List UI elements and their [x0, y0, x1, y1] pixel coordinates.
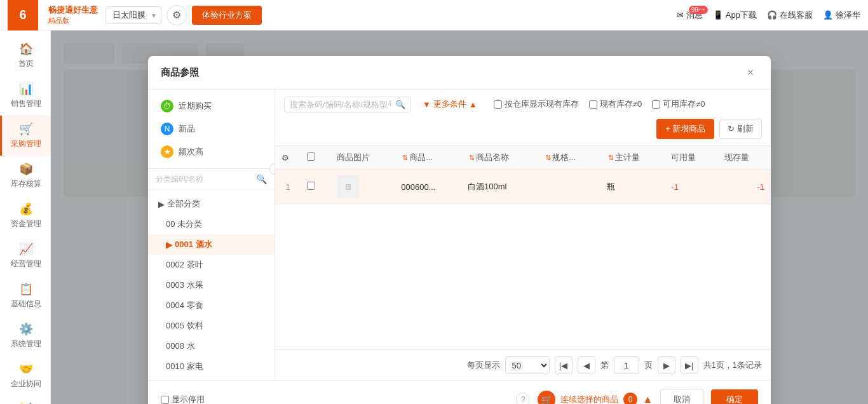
user-avatar-icon: 👤	[823, 10, 833, 20]
footer-right: ? 🛒 连续选择的商品 0 ▲ 取消 确定	[516, 389, 758, 404]
product-search-input[interactable]	[290, 100, 391, 109]
quick-item-new[interactable]: N 新品	[156, 119, 267, 139]
th-stock[interactable]: 现存量	[718, 146, 771, 170]
show-disabled-input[interactable]	[161, 396, 169, 404]
filter-up-icon: ▲	[469, 100, 477, 109]
sort-icon-code: ⇅	[402, 154, 408, 162]
sidebar-item-management[interactable]: 📈 经营管理	[0, 236, 50, 276]
app-download-item[interactable]: 📱 App下载	[713, 10, 757, 21]
page-size-select[interactable]: 50 100 200	[505, 356, 550, 374]
checkbox-available-input[interactable]	[652, 100, 660, 109]
refresh-button[interactable]: ↻ 刷新	[719, 119, 762, 139]
category-search-icon[interactable]: 🔍	[256, 174, 267, 184]
checkbox-available-nonzero[interactable]: 可用库存≠0	[652, 98, 705, 110]
sidebar-label-management: 经营管理	[11, 259, 41, 269]
th-settings[interactable]: ⚙	[275, 146, 301, 170]
checkbox-warehouse-label: 按仓库显示现有库存	[505, 98, 579, 110]
cart-count-badge: 0	[623, 393, 637, 404]
add-product-button[interactable]: + 新增商品	[656, 119, 714, 139]
store-dropdown[interactable]: 日太阳膜 ▼	[105, 6, 161, 24]
page-last-button[interactable]: ▶|	[681, 356, 698, 374]
sidebar-item-sales[interactable]: 📊 销售管理	[0, 76, 50, 116]
modal-close-button[interactable]: ×	[743, 65, 758, 80]
checkbox-available-label: 可用库存≠0	[663, 98, 705, 110]
trial-button[interactable]: 体验行业方案	[192, 6, 262, 25]
th-unit[interactable]: ⇅ 主计量	[600, 146, 665, 170]
table-header-row: ⚙ 商品图片	[275, 146, 771, 170]
checkbox-stock-nonzero[interactable]: 现有库存≠0	[589, 98, 642, 110]
category-item-uncategorized[interactable]: 00 未分类	[148, 214, 275, 234]
category-label-tea: 0002 茶叶	[166, 259, 203, 271]
category-item-tea[interactable]: 0002 茶叶	[148, 255, 275, 275]
category-item-all[interactable]: ▶ 全部分类	[148, 194, 275, 214]
home-icon: 🏠	[19, 42, 33, 56]
sidebar-label-home: 首页	[18, 58, 34, 69]
quick-item-freq[interactable]: ★ 频次高	[156, 142, 267, 162]
pagination-area: 每页显示 50 100 200 |◀ ◀ 第 页 ▶	[275, 349, 771, 380]
select-all-checkbox[interactable]	[307, 152, 315, 161]
sidebar-item-system[interactable]: ⚙️ 系统管理	[0, 316, 50, 356]
category-item-water[interactable]: 0008 水	[148, 336, 275, 356]
left-panel: ⏱ 近期购买 N 新品 ★ 频次高	[148, 90, 275, 380]
checkbox-stock-input[interactable]	[589, 100, 597, 109]
th-checkbox[interactable]	[301, 146, 330, 170]
image-placeholder-icon: 🖼	[345, 184, 351, 191]
toolbar-right: + 新增商品 ↻ 刷新	[656, 119, 762, 139]
sidebar-item-enterprise[interactable]: 🤝 企业协同	[0, 356, 50, 396]
category-item-liquor[interactable]: ▶ 0001 酒水	[148, 234, 275, 255]
sidebar-label-inventory: 库存核算	[11, 178, 41, 189]
category-search-input[interactable]	[156, 175, 252, 184]
cart-icon-button[interactable]: 🛒	[538, 391, 555, 404]
th-available[interactable]: 可用量	[665, 146, 717, 170]
table-row[interactable]: 1 🖼	[275, 170, 771, 205]
checkbox-warehouse[interactable]: 按仓库显示现有库存	[494, 98, 579, 110]
row-checkbox[interactable]	[307, 182, 315, 190]
finance-icon: 💰	[19, 202, 33, 216]
category-item-snack[interactable]: 0004 零食	[148, 295, 275, 316]
th-image[interactable]: 商品图片	[330, 146, 395, 170]
th-name[interactable]: ⇅ 商品名称	[461, 146, 538, 170]
page-prev-button[interactable]: ◀	[578, 356, 595, 374]
product-search-icon[interactable]: 🔍	[395, 100, 405, 109]
confirm-button[interactable]: 确定	[711, 389, 758, 404]
message-item[interactable]: ✉ 消息 99++	[677, 10, 703, 21]
help-icon[interactable]: ?	[516, 393, 530, 404]
category-label-all: 全部分类	[167, 198, 200, 210]
page-next-button[interactable]: ▶	[658, 356, 675, 374]
settings-icon[interactable]: ⚙	[166, 5, 187, 25]
service-item[interactable]: 🎧 在线客服	[767, 10, 813, 21]
row-code: 000600...	[401, 182, 435, 192]
category-label-uncategorized: 00 未分类	[166, 219, 202, 230]
th-code[interactable]: ⇅ 商品...	[395, 146, 461, 170]
checkbox-warehouse-input[interactable]	[494, 100, 502, 109]
category-item-beverage[interactable]: 0005 饮料	[148, 316, 275, 336]
cancel-button[interactable]: 取消	[660, 389, 703, 404]
show-disabled-checkbox[interactable]: 显示停用	[161, 394, 205, 404]
row-checkbox-cell[interactable]	[301, 170, 330, 205]
category-label-water: 0008 水	[166, 340, 195, 352]
row-num: 1	[275, 170, 301, 205]
more-filter-button[interactable]: ▼ 更多条件 ▲	[417, 96, 482, 112]
sidebar-item-guide[interactable]: 🔰 新手引导	[0, 396, 50, 404]
quick-item-recent[interactable]: ⏱ 近期购买	[156, 96, 267, 116]
category-list: ▶ 全部分类 00 未分类 ▶ 0001 酒水 0002 茶	[148, 190, 275, 380]
category-item-fruit[interactable]: 0003 水果	[148, 275, 275, 295]
checkbox-group: 按仓库显示现有库存 现有库存≠0 可用库存≠0	[494, 98, 705, 110]
sidebar-item-home[interactable]: 🏠 首页	[0, 36, 50, 76]
sidebar-item-basic[interactable]: 📋 基础信息	[0, 276, 50, 316]
toolbar: 🔍 ▼ 更多条件 ▲ 按仓库显示现有库存	[275, 90, 771, 146]
sidebar-item-finance[interactable]: 💰 资金管理	[0, 196, 50, 236]
th-spec[interactable]: ⇅ 规格...	[538, 146, 600, 170]
recent-icon: ⏱	[161, 100, 173, 112]
product-table: ⚙ 商品图片	[275, 146, 771, 205]
sidebar-item-purchase[interactable]: 🛒 采购管理	[0, 116, 50, 156]
sidebar-item-inventory[interactable]: 📦 库存核算	[0, 156, 50, 196]
new-icon: N	[161, 123, 173, 135]
page-first-button[interactable]: |◀	[555, 356, 573, 374]
liquor-caret-icon: ▶	[166, 240, 172, 250]
collapse-cart-button[interactable]: ▲	[642, 394, 653, 404]
category-item-appliance[interactable]: 0010 家电	[148, 356, 275, 377]
page-number-input[interactable]	[614, 356, 639, 374]
user-item[interactable]: 👤 徐泽华	[823, 10, 860, 21]
sidebar-label-enterprise: 企业协同	[11, 379, 41, 389]
